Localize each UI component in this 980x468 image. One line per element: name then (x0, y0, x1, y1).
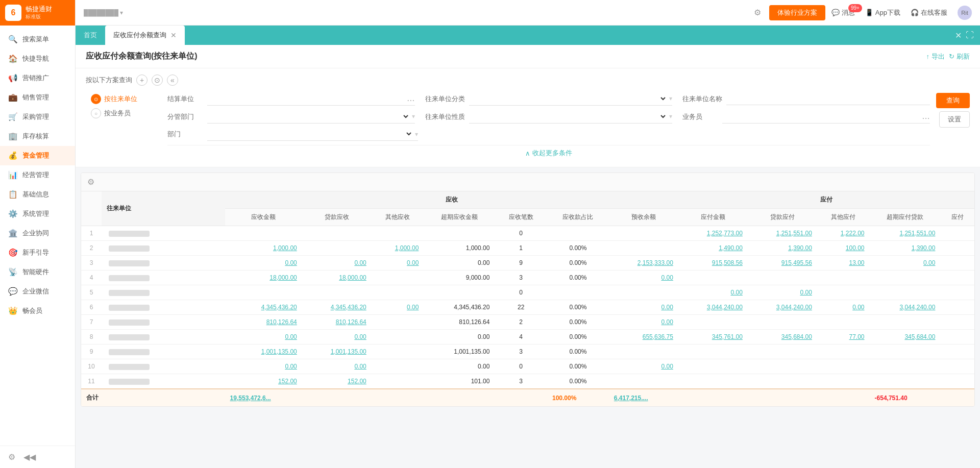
query-action-buttons: 查询 设置 (930, 92, 970, 161)
ap-loan-cell (748, 344, 817, 359)
settings-footer-icon[interactable]: ⚙ (8, 452, 15, 462)
sidebar-item-quick-nav[interactable]: 🏠 快捷导航 (0, 49, 75, 68)
header-gear-icon[interactable]: ⚙ (752, 6, 763, 19)
sidebar-item-newbie[interactable]: 🎯 新手引导 (0, 243, 75, 262)
partner-name-input[interactable] (726, 95, 930, 103)
ap-loan-cell: 0.00 (748, 285, 817, 300)
scheme-settings-icon[interactable]: ⊙ (152, 75, 163, 86)
ar-overdue-cell: 1,001,135.00 (424, 344, 495, 359)
scheme-by-partner[interactable]: ⊙ 按往来单位 (86, 92, 167, 106)
scheme-by-salesperson[interactable]: ○ 按业务员 (86, 106, 167, 120)
footer-ar-loan (302, 389, 372, 406)
sidebar-logo: 6 畅捷通财 标准版 (0, 0, 75, 26)
sidebar-item-corp-wechat[interactable]: 💬 企业微信 (0, 282, 75, 301)
branch-dept-select[interactable] (207, 112, 410, 121)
collapse-sidebar-icon[interactable]: ◀◀ (23, 452, 36, 462)
ap-loan-cell: 3,044,240.00 (748, 300, 817, 315)
sidebar-operations-icon: 📊 (8, 170, 17, 180)
close-tab-ctrl[interactable]: ✕ (955, 31, 962, 40)
settlement-unit-input[interactable] (207, 95, 405, 103)
industry-solution-button[interactable]: 体验行业方案 (769, 5, 825, 20)
ap-rest-cell (940, 285, 974, 300)
ar-prepay-cell: 0.00 (609, 300, 678, 315)
page-title: 应收应付余额查询(按往来单位) (86, 51, 198, 62)
search-panel: 按以下方案查询 + ⊙ « ⊙ 按往来单位 ○ 按业务员 结算单位 (76, 68, 980, 167)
ap-overdue-loan-cell (870, 359, 941, 374)
ap-overdue-loan-cell (870, 344, 941, 359)
message-notif[interactable]: 💬 消息 99+ (831, 8, 855, 17)
sidebar-item-inventory[interactable]: 🏢 库存核算 (0, 127, 75, 146)
sidebar-inventory-icon: 🏢 (8, 132, 17, 141)
ar-other-cell (372, 315, 424, 330)
sidebar-item-sales[interactable]: 💼 销售管理 (0, 88, 75, 107)
ap-overdue-loan-cell: 3,044,240.00 (870, 300, 941, 315)
sidebar-item-corp-collab[interactable]: 🏛️ 企业协同 (0, 224, 75, 243)
table-row: 6 4,345,436.20 4,345,436.20 0.00 4,345,4… (81, 300, 974, 315)
col-ar-overdue: 超期应收金额 (424, 209, 495, 226)
partner-category-select[interactable] (469, 94, 668, 103)
sidebar-marketing-label: 营销推广 (22, 73, 49, 83)
breadcrumb: ████████ ▾ (84, 9, 746, 16)
add-scheme-button[interactable]: + (136, 75, 148, 86)
table-scroll[interactable]: 往来单位 应收 应付 应收金额 贷款应收 其他应收 超期应收金额 应收笔数 应收… (81, 191, 974, 406)
export-button[interactable]: ↑ 导出 (926, 52, 945, 61)
page-header: 应收应付余额查询(按往来单位) ↑ 导出 ↻ 刷新 (76, 45, 980, 68)
footer-ar-total[interactable]: 19,553,472,6... (225, 389, 302, 406)
collapse-more-conditions[interactable]: ∧ 收起更多条件 (167, 145, 930, 161)
table-settings-icon[interactable]: ⚙ (87, 177, 94, 187)
footer-ap-overdue-loan: -654,751.40 (870, 389, 941, 406)
sidebar-inventory-label: 库存核算 (22, 132, 49, 141)
ap-amount-cell: 1,252,773.00 (678, 226, 748, 241)
query-button[interactable]: 查询 (936, 93, 970, 108)
sidebar-item-member[interactable]: 👑 畅会员 (0, 301, 75, 321)
settings-button[interactable]: 设置 (939, 111, 970, 128)
ap-other-cell (817, 315, 870, 330)
ap-overdue-loan-cell: 1,390.00 (870, 241, 941, 256)
search-grid-row3: 部门 ▾ (167, 128, 930, 141)
scheme-salesperson-label: 按业务员 (104, 109, 131, 118)
export-icon: ↑ (926, 53, 930, 60)
settlement-unit-dots[interactable]: … (407, 94, 415, 103)
refresh-button[interactable]: ↻ 刷新 (949, 52, 970, 61)
sidebar-item-search-menu[interactable]: 🔍 搜索菜单 (0, 30, 75, 49)
app-download-link[interactable]: 📱 App下载 (865, 8, 900, 17)
sidebar-item-sys-mgmt[interactable]: ⚙️ 系统管理 (0, 204, 75, 224)
sidebar-item-purchase[interactable]: 🛒 采购管理 (0, 107, 75, 127)
masked-name (109, 334, 150, 340)
masked-name (109, 260, 150, 266)
ar-loan-cell: 0.00 (302, 359, 372, 374)
ar-other-cell: 1,000.00 (372, 241, 424, 256)
tab-home[interactable]: 首页 (76, 26, 105, 45)
ar-prepay-cell (609, 226, 678, 241)
sidebar-item-marketing[interactable]: 📢 营销推广 (0, 68, 75, 88)
masked-name (109, 245, 150, 252)
sidebar-item-operations[interactable]: 📊 经营管理 (0, 165, 75, 185)
scheme-collapse-icon[interactable]: « (167, 75, 178, 86)
tab-ar-ap-query[interactable]: 应收应付余额查询 ✕ (105, 26, 185, 45)
ar-loan-cell (302, 226, 372, 241)
ap-overdue-loan-cell: 345,684.00 (870, 330, 941, 344)
search-partner-category: 往来单位分类 ▾ (425, 92, 673, 106)
salesperson-dots[interactable]: … (922, 112, 930, 121)
sidebar-item-finance[interactable]: 💰 资金管理 (0, 146, 75, 165)
dept-label: 部门 (167, 130, 203, 139)
maximize-tab-ctrl[interactable]: ⛶ (966, 31, 974, 40)
partner-nature-select[interactable] (469, 112, 668, 121)
sidebar-item-smart-hw[interactable]: 📡 智能硬件 (0, 262, 75, 282)
footer-ar-prepay[interactable]: 6,417,215.... (609, 389, 678, 406)
ap-loan-cell: 915,495.56 (748, 256, 817, 270)
sidebar-item-basic-info[interactable]: 📋 基础信息 (0, 185, 75, 204)
salesperson-input[interactable] (722, 113, 920, 120)
user-avatar[interactable]: Rit (958, 6, 972, 20)
search-header: 按以下方案查询 + ⊙ « (86, 75, 970, 86)
tab-close-icon[interactable]: ✕ (170, 31, 177, 39)
row-num: 10 (81, 359, 102, 374)
table-row: 2 1,000.00 1,000.00 1,000.00 1 0.00% 1,4… (81, 241, 974, 256)
ar-count-cell: 0 (495, 359, 547, 374)
table-toolbar: ⚙ (81, 173, 974, 191)
ar-overdue-cell (424, 226, 495, 241)
partner-nature-chevron: ▾ (669, 113, 672, 120)
dept-select[interactable] (207, 130, 413, 138)
online-service-link[interactable]: 🎧 在线客服 (911, 8, 947, 17)
table-row: 8 0.00 0.00 0.00 4 0.00% 655,636.75 345,… (81, 330, 974, 344)
